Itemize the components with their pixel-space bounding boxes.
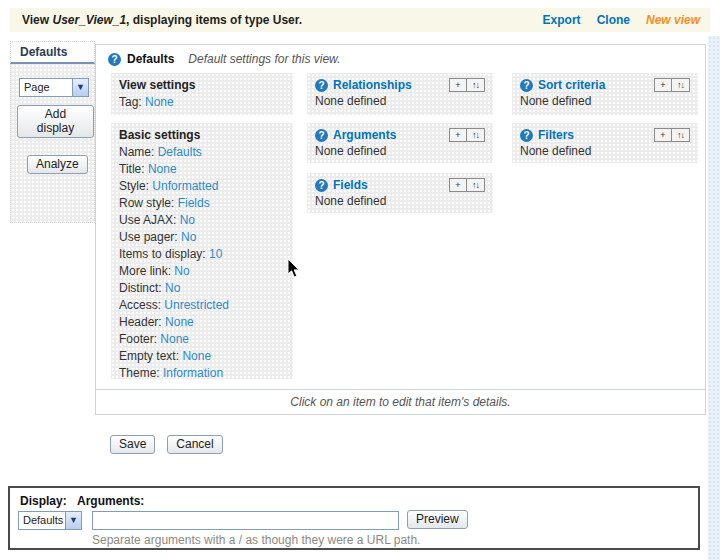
setting-value-link[interactable]: No: [180, 213, 195, 227]
arguments-link[interactable]: Arguments: [333, 128, 396, 142]
setting-label: More link:: [119, 264, 171, 278]
setting-item: Header: None: [119, 314, 285, 331]
add-icon[interactable]: +: [449, 178, 467, 192]
rearrange-icon[interactable]: ↑↓: [672, 78, 690, 92]
setting-value-link[interactable]: None: [160, 332, 189, 346]
bucket-header: ? Filters + ↑↓: [520, 128, 690, 142]
help-icon[interactable]: ?: [520, 129, 533, 142]
arguments-help-text: Separate arguments with a / as though th…: [92, 533, 420, 547]
setting-label: Empty text:: [119, 349, 179, 363]
setting-value-link[interactable]: Information: [163, 366, 223, 380]
bucket-header: ? Relationships + ↑↓: [315, 78, 485, 92]
bucket-ops: + ↑↓: [449, 78, 485, 92]
setting-value-link[interactable]: No: [181, 230, 196, 244]
arguments-input[interactable]: [92, 511, 399, 530]
bucket-header: ? Arguments + ↑↓: [315, 128, 485, 142]
page-title-prefix: View: [22, 13, 52, 27]
setting-item: Items to display: 10: [119, 246, 285, 263]
setting-value-link[interactable]: Unrestricted: [164, 298, 229, 312]
view-settings-box: View settings Tag: None: [111, 73, 293, 115]
add-icon[interactable]: +: [449, 78, 467, 92]
add-icon[interactable]: +: [654, 128, 672, 142]
new-view-link[interactable]: New view: [646, 13, 700, 27]
save-button[interactable]: Save: [110, 435, 155, 454]
analyze-button[interactable]: Analyze: [27, 155, 88, 174]
arguments-label: Arguments:: [77, 494, 144, 508]
setting-item: Row style: Fields: [119, 195, 285, 212]
rearrange-icon[interactable]: ↑↓: [467, 178, 485, 192]
bucket-empty-text: None defined: [520, 144, 690, 158]
setting-label: Header:: [119, 315, 162, 329]
edit-hint-text: Click on an item to edit that item's det…: [96, 389, 705, 414]
setting-item: Tag: None: [119, 94, 285, 111]
help-icon[interactable]: ?: [108, 53, 121, 66]
bucket-ops: + ↑↓: [654, 78, 690, 92]
export-link[interactable]: Export: [543, 13, 581, 27]
help-icon[interactable]: ?: [315, 79, 328, 92]
setting-value-link[interactable]: Fields: [178, 196, 210, 210]
clone-link[interactable]: Clone: [597, 13, 630, 27]
bucket-ops: + ↑↓: [449, 178, 485, 192]
preview-button[interactable]: Preview: [407, 510, 468, 529]
basic-settings-list: Name: Defaults Title: None Style: Unform…: [119, 144, 285, 382]
rearrange-icon[interactable]: ↑↓: [467, 128, 485, 142]
setting-item: Use pager: No: [119, 229, 285, 246]
fields-link[interactable]: Fields: [333, 178, 368, 192]
view-editor-panel: ? Defaults Default settings for this vie…: [95, 44, 706, 415]
setting-value-link[interactable]: None: [145, 95, 174, 109]
setting-value-link[interactable]: No: [165, 281, 180, 295]
setting-item: Name: Defaults: [119, 144, 285, 161]
preview-display-select[interactable]: Defaults ▼: [18, 511, 82, 530]
page-title: View User_View_1, displaying items of ty…: [22, 13, 302, 27]
setting-label: Row style:: [119, 196, 174, 210]
setting-value-link[interactable]: Unformatted: [152, 179, 218, 193]
bucket-ops: + ↑↓: [654, 128, 690, 142]
help-icon[interactable]: ?: [520, 79, 533, 92]
relationships-link[interactable]: Relationships: [333, 78, 412, 92]
setting-item: Footer: None: [119, 331, 285, 348]
setting-label: Use AJAX:: [119, 213, 176, 227]
fields-bucket: ? Fields + ↑↓ None defined: [307, 173, 493, 213]
rearrange-icon[interactable]: ↑↓: [672, 128, 690, 142]
view-settings-list: Tag: None: [119, 94, 285, 111]
bucket-empty-text: None defined: [520, 94, 690, 108]
add-icon[interactable]: +: [654, 78, 672, 92]
setting-value-link[interactable]: None: [182, 349, 211, 363]
setting-value-link[interactable]: None: [148, 162, 177, 176]
filters-link[interactable]: Filters: [538, 128, 574, 142]
cancel-button[interactable]: Cancel: [167, 435, 222, 454]
setting-value-link[interactable]: Defaults: [158, 145, 202, 159]
help-icon[interactable]: ?: [315, 179, 328, 192]
bucket-empty-text: None defined: [315, 94, 485, 108]
tab-defaults[interactable]: Defaults: [10, 41, 95, 64]
chevron-down-icon: ▼: [72, 79, 88, 96]
bucket-header: ? Fields + ↑↓: [315, 178, 485, 192]
view-title-bar: View User_View_1, displaying items of ty…: [10, 8, 710, 32]
setting-label: Footer:: [119, 332, 157, 346]
preview-display-value: Defaults: [23, 514, 63, 526]
setting-item: Distinct: No: [119, 280, 285, 297]
basic-settings-title: Basic settings: [119, 128, 285, 142]
sort-criteria-link[interactable]: Sort criteria: [538, 78, 605, 92]
arguments-bucket: ? Arguments + ↑↓ None defined: [307, 123, 493, 163]
section-title: Defaults: [127, 52, 174, 66]
display-label: Display:: [20, 494, 67, 508]
help-icon[interactable]: ?: [315, 129, 328, 142]
setting-item: Title: None: [119, 161, 285, 178]
page-title-suffix: , displaying items of type User.: [126, 13, 302, 27]
basic-settings-box: Basic settings Name: Defaults Title: Non…: [111, 123, 293, 379]
add-icon[interactable]: +: [449, 128, 467, 142]
add-display-button[interactable]: Add display: [17, 105, 94, 138]
setting-label: Style:: [119, 179, 149, 193]
setting-value-link[interactable]: No: [174, 264, 189, 278]
form-actions: Save Cancel: [110, 435, 223, 454]
setting-value-link[interactable]: 10: [209, 247, 222, 261]
display-type-select[interactable]: Page ▼: [19, 78, 89, 97]
setting-value-link[interactable]: None: [165, 315, 194, 329]
setting-label: Items to display:: [119, 247, 206, 261]
view-settings-title: View settings: [119, 78, 285, 92]
setting-item: Theme: Information: [119, 365, 285, 382]
setting-label: Access:: [119, 298, 161, 312]
rearrange-icon[interactable]: ↑↓: [467, 78, 485, 92]
relationships-bucket: ? Relationships + ↑↓ None defined: [307, 73, 493, 115]
